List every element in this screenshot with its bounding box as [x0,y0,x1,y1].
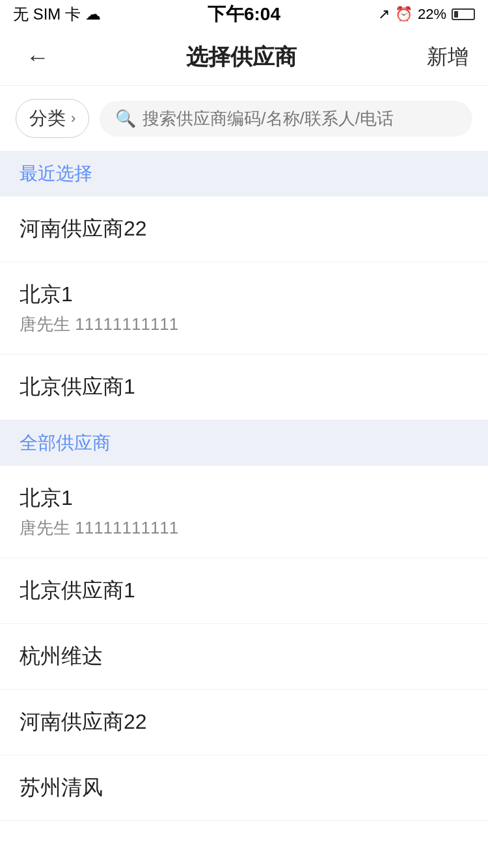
supplier-list: 最近选择河南供应商22北京1唐先生 11111111111北京供应商1全部供应商… [0,151,488,821]
alarm-icon: ⏰ [395,6,413,23]
add-button[interactable]: 新增 [427,43,468,72]
list-item[interactable]: 北京供应商1 [0,558,488,624]
supplier-name: 北京1 [20,484,468,513]
nav-bar: ← 选择供应商 新增 [0,29,488,86]
list-item[interactable]: 北京供应商1 [0,355,488,420]
supplier-name: 苏州清风 [20,774,468,802]
search-input[interactable] [142,109,457,129]
search-bar: 分类 › 🔍 [0,86,488,151]
category-button[interactable]: 分类 › [16,99,89,138]
list-item[interactable]: 杭州维达 [0,624,488,690]
list-item[interactable]: 河南供应商22 [0,197,488,262]
supplier-name: 杭州维达 [20,642,468,671]
back-button[interactable]: ← [20,37,56,77]
section-header-text: 全部供应商 [20,433,111,453]
section-header-recent: 最近选择 [0,151,488,197]
status-left: 无 SIM 卡 ☁ [13,4,101,25]
category-label: 分类 [29,106,66,131]
location-icon: ↗ [378,6,390,23]
supplier-name: 北京1 [20,280,468,309]
category-arrow-icon: › [71,110,75,127]
list-item[interactable]: 苏州清风 [0,755,488,821]
battery-icon [452,8,475,20]
supplier-name: 北京供应商1 [20,373,468,401]
section-header-all: 全部供应商 [0,420,488,466]
supplier-contact: 唐先生 11111111111 [20,313,468,336]
page-title: 选择供应商 [186,42,297,72]
supplier-name: 河南供应商22 [20,708,468,737]
status-time: 下午6:04 [208,2,280,27]
search-input-wrapper[interactable]: 🔍 [100,101,472,137]
status-right: ↗ ⏰ 22% [378,6,475,23]
list-item[interactable]: 北京1唐先生 11111111111 [0,262,488,355]
supplier-name: 北京供应商1 [20,576,468,605]
section-header-text: 最近选择 [20,163,92,183]
supplier-contact: 唐先生 11111111111 [20,517,468,539]
search-icon: 🔍 [115,109,136,129]
supplier-name: 河南供应商22 [20,215,468,243]
battery-percent: 22% [418,6,446,23]
list-item[interactable]: 北京1唐先生 11111111111 [0,466,488,558]
list-item[interactable]: 河南供应商22 [0,690,488,755]
sim-status: 无 SIM 卡 ☁ [13,4,101,25]
status-bar: 无 SIM 卡 ☁ 下午6:04 ↗ ⏰ 22% [0,0,488,29]
